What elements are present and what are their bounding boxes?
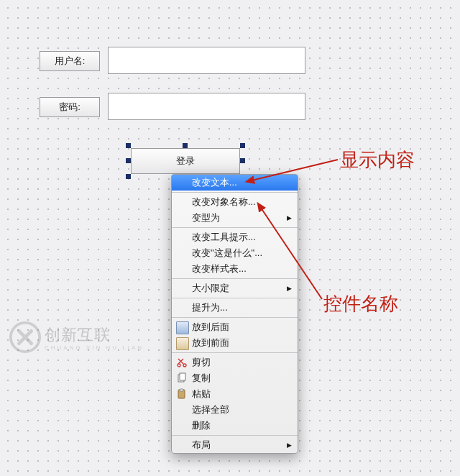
- menu-change-tooltip-label: 改变工具提示...: [192, 231, 256, 244]
- menu-separator: [172, 278, 298, 279]
- login-button-label: 登录: [176, 155, 195, 168]
- menu-layout[interactable]: 布局: [172, 437, 298, 453]
- menu-separator: [172, 352, 298, 353]
- menu-copy[interactable]: 复制: [172, 370, 298, 386]
- menu-select-all[interactable]: 选择全部: [172, 402, 298, 418]
- menu-change-text[interactable]: 改变文本...: [172, 175, 298, 191]
- menu-send-to-back-label: 放到后面: [192, 321, 229, 334]
- menu-select-all-label: 选择全部: [192, 403, 229, 416]
- watermark-brand: 创新互联: [45, 324, 144, 346]
- menu-paste-label: 粘贴: [192, 388, 211, 401]
- svg-rect-3: [180, 373, 185, 380]
- menu-change-text-label: 改变文本...: [192, 176, 237, 189]
- menu-separator: [172, 435, 298, 436]
- menu-change-stylesheet[interactable]: 改变样式表...: [172, 261, 298, 277]
- svg-point-1: [183, 364, 186, 367]
- svg-point-0: [178, 364, 180, 367]
- menu-morph-into-label: 变型为: [192, 211, 220, 224]
- watermark-brand-pinyin: CHUANG XIN HU LIAN: [45, 344, 144, 351]
- watermark-logo-icon: [9, 321, 42, 354]
- menu-promote-to[interactable]: 提升为...: [172, 300, 298, 316]
- menu-separator: [172, 192, 298, 193]
- callout-widget-name-text: 控件名称: [323, 293, 398, 314]
- menu-bring-to-front[interactable]: 放到前面: [172, 335, 298, 351]
- copy-icon: [176, 372, 188, 384]
- menu-separator: [172, 227, 298, 228]
- menu-change-object-name[interactable]: 改变对象名称...: [172, 194, 298, 210]
- menu-morph-into[interactable]: 变型为: [172, 210, 298, 226]
- paste-icon: [176, 388, 188, 400]
- username-label: 用户名:: [55, 55, 86, 68]
- menu-change-whats-this[interactable]: 改变"这是什么"...: [172, 245, 298, 261]
- menu-separator: [172, 317, 298, 318]
- watermark: 创新互联 CHUANG XIN HU LIAN: [9, 321, 144, 354]
- menu-copy-label: 复制: [192, 372, 211, 385]
- callout-display-content: 显示内容: [340, 147, 415, 173]
- menu-paste[interactable]: 粘贴: [172, 386, 298, 402]
- menu-size-constraints[interactable]: 大小限定: [172, 280, 298, 296]
- username-input[interactable]: [108, 47, 305, 74]
- callout-widget-name: 控件名称: [323, 291, 398, 316]
- menu-promote-to-label: 提升为...: [192, 301, 228, 314]
- menu-cut[interactable]: 剪切: [172, 354, 298, 370]
- menu-layout-label: 布局: [192, 439, 211, 452]
- context-menu[interactable]: 改变文本... 改变对象名称... 变型为 改变工具提示... 改变"这是什么"…: [171, 174, 298, 454]
- menu-bring-to-front-label: 放到前面: [192, 337, 229, 349]
- menu-change-stylesheet-label: 改变样式表...: [192, 262, 247, 275]
- password-label: 密码:: [59, 101, 80, 114]
- send-to-back-icon: [176, 321, 189, 334]
- menu-cut-label: 剪切: [192, 356, 211, 369]
- menu-change-whats-this-label: 改变"这是什么"...: [192, 247, 262, 260]
- bring-to-front-icon: [176, 337, 189, 350]
- password-label-widget[interactable]: 密码:: [40, 97, 100, 117]
- login-button[interactable]: 登录: [131, 148, 240, 174]
- menu-send-to-back[interactable]: 放到后面: [172, 319, 298, 335]
- menu-change-tooltip[interactable]: 改变工具提示...: [172, 229, 298, 245]
- menu-size-constraints-label: 大小限定: [192, 282, 229, 295]
- username-label-widget[interactable]: 用户名:: [40, 51, 100, 71]
- menu-change-object-name-label: 改变对象名称...: [192, 196, 256, 209]
- menu-delete[interactable]: 删除: [172, 418, 298, 434]
- menu-delete-label: 删除: [192, 419, 211, 432]
- callout-display-content-text: 显示内容: [340, 150, 415, 170]
- password-input[interactable]: [108, 93, 305, 120]
- svg-rect-5: [180, 389, 183, 391]
- menu-separator: [172, 298, 298, 298]
- cut-icon: [176, 357, 188, 368]
